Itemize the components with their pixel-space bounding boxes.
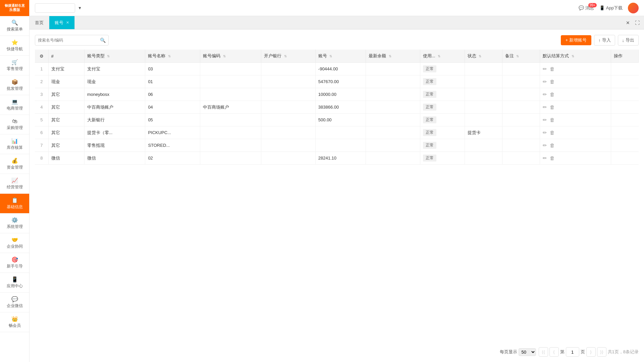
header-left: ▼	[35, 3, 82, 13]
edit-button[interactable]: ✏	[543, 66, 547, 72]
user-avatar[interactable]	[628, 3, 639, 13]
tab-account-label: 账号	[55, 20, 63, 26]
col-account-code[interactable]: 账号编码 ⇅	[200, 50, 261, 63]
cell-usage	[366, 114, 420, 126]
sidebar-item-wholesale-mgmt[interactable]: 📦批发管理	[0, 75, 29, 95]
cell-status: 正常	[420, 139, 465, 152]
delete-button[interactable]: 🗑	[550, 79, 555, 84]
edit-button[interactable]: ✏	[543, 130, 547, 136]
page-prev-btn[interactable]: ⟨	[549, 347, 559, 357]
cell-latest-balance: 500.00	[315, 114, 366, 126]
cell-account-no	[261, 139, 315, 152]
sidebar-item-retail-mgmt[interactable]: 🛒零售管理	[0, 56, 29, 75]
tab-account-close[interactable]: ✕	[66, 20, 69, 25]
tab-home[interactable]: 首页	[30, 16, 49, 29]
delete-button[interactable]: 🗑	[550, 92, 555, 97]
sidebar-label-newbie-guide: 新手引导	[7, 263, 23, 269]
tab-close-btn[interactable]: ✕	[624, 19, 632, 27]
sidebar-item-inventory[interactable]: 📊库存核算	[0, 134, 29, 154]
col-settings[interactable]: ⚙	[35, 50, 48, 63]
page-first-btn[interactable]: ⟨⟨	[539, 347, 548, 357]
cell-index: 5	[35, 114, 48, 126]
search-input[interactable]	[38, 38, 100, 43]
cell-account-name: 现金	[84, 75, 145, 88]
edit-button[interactable]: ✏	[543, 142, 547, 148]
sidebar-item-vip-member[interactable]: 👑畅会员	[0, 312, 29, 332]
col-status[interactable]: 状态 ⇅	[465, 50, 502, 63]
col-account-type[interactable]: 账号类型 ⇅	[84, 50, 145, 63]
delete-button[interactable]: 🗑	[550, 117, 555, 123]
cell-usage	[366, 139, 420, 152]
sidebar-item-ecommerce-mgmt[interactable]: 💻电商管理	[0, 95, 29, 115]
app-download-button[interactable]: 📱 App下载	[599, 5, 623, 11]
search-box[interactable]: 🔍	[35, 35, 109, 46]
sidebar-item-enterprise-agreement[interactable]: 🤝企业协同	[0, 233, 29, 253]
page-last-btn[interactable]: ⟩⟩	[597, 347, 606, 357]
sidebar-item-basic-info[interactable]: 📋基础信息	[0, 194, 29, 214]
sidebar-item-purchase-mgmt[interactable]: 🛍采购管理	[0, 115, 29, 134]
sidebar-item-newbie-guide[interactable]: 🎯新手引导	[0, 253, 29, 273]
sidebar-icon-enterprise-wechat: 💬	[11, 296, 18, 302]
cell-usage	[366, 75, 420, 88]
edit-button[interactable]: ✏	[543, 92, 547, 98]
tab-account[interactable]: 账号 ✕	[49, 16, 75, 29]
sidebar-label-basic-info: 基础信息	[7, 204, 23, 210]
delete-button[interactable]: 🗑	[550, 66, 555, 72]
sidebar-item-app-center[interactable]: 📱应用中心	[0, 273, 29, 293]
delete-button[interactable]: 🗑	[550, 142, 555, 148]
cell-default-settlement	[502, 139, 540, 152]
col-latest-balance[interactable]: 最新余额 ⇅	[366, 50, 420, 63]
col-notes[interactable]: 备注 ⇅	[502, 50, 540, 63]
sidebar-item-system-mgmt[interactable]: ⚙️系统管理	[0, 214, 29, 233]
sidebar-item-finance-mgmt[interactable]: 💰资金管理	[0, 154, 29, 174]
col-bank[interactable]: 开户银行 ⇅	[261, 50, 315, 63]
cell-account-no	[261, 114, 315, 126]
message-button[interactable]: 💬 消息 99+	[579, 5, 594, 11]
page-input[interactable]	[566, 347, 579, 357]
sidebar-icon-wholesale-mgmt: 📦	[11, 79, 18, 85]
page-size-select[interactable]: 50 20 100	[519, 348, 536, 356]
sidebar-icon-newbie-guide: 🎯	[11, 256, 18, 263]
delete-button[interactable]: 🗑	[550, 155, 555, 161]
header-dropdown[interactable]: ▼	[78, 6, 82, 10]
page-next-btn[interactable]: ⟩	[586, 347, 596, 357]
sidebar-item-operations-mgmt[interactable]: 📈经营管理	[0, 174, 29, 194]
cell-account-no	[261, 88, 315, 101]
cell-notes: 提货卡	[465, 126, 502, 139]
cell-default-settlement	[502, 101, 540, 114]
cell-actions: ✏ 🗑	[540, 88, 611, 101]
col-usage[interactable]: 使用... ⇅	[420, 50, 465, 63]
delete-button[interactable]: 🗑	[550, 104, 555, 110]
edit-button[interactable]: ✏	[543, 79, 547, 85]
cell-account-type: 其它	[48, 126, 84, 139]
sidebar-item-quick-nav[interactable]: ⭐快捷导航	[0, 36, 29, 56]
import-button[interactable]: ↑ 导入	[594, 35, 615, 46]
cell-account-type: 其它	[48, 139, 84, 152]
sidebar-label-operations-mgmt: 经营管理	[7, 184, 23, 190]
cell-bank	[200, 152, 261, 165]
col-account-no[interactable]: 账号 ⇅	[315, 50, 366, 63]
cell-latest-balance: 10000.00	[315, 88, 366, 101]
tab-expand-btn[interactable]: ⛶	[633, 19, 641, 27]
sidebar-item-enterprise-wechat[interactable]: 💬企业微信	[0, 293, 29, 312]
cell-bank	[200, 126, 261, 139]
sidebar-label-vip-member: 畅会员	[9, 323, 21, 328]
header-search-input[interactable]	[35, 3, 75, 13]
sidebar-label-enterprise-wechat: 企业微信	[7, 303, 23, 309]
sidebar-item-search-menu[interactable]: 🔍搜索菜单	[0, 16, 29, 36]
toolbar-buttons: + 新增账号 ↑ 导入 ↓ 导出	[561, 35, 639, 46]
sidebar-label-app-center: 应用中心	[7, 283, 23, 289]
sidebar-label-quick-nav: 快捷导航	[7, 46, 23, 52]
add-account-button[interactable]: + 新增账号	[561, 35, 591, 45]
delete-button[interactable]: 🗑	[550, 130, 555, 135]
cell-account-code: 05	[145, 114, 200, 126]
edit-button[interactable]: ✏	[543, 155, 547, 161]
edit-button[interactable]: ✏	[543, 117, 547, 123]
search-icon[interactable]: 🔍	[100, 38, 106, 43]
cell-usage	[366, 152, 420, 165]
col-account-name[interactable]: 账号名称 ⇅	[145, 50, 200, 63]
edit-button[interactable]: ✏	[543, 104, 547, 110]
col-default-settlement[interactable]: 默认结算方式 ⇅	[540, 50, 611, 63]
sidebar-icon-enterprise-agreement: 🤝	[11, 237, 18, 243]
export-button[interactable]: ↓ 导出	[618, 35, 639, 46]
